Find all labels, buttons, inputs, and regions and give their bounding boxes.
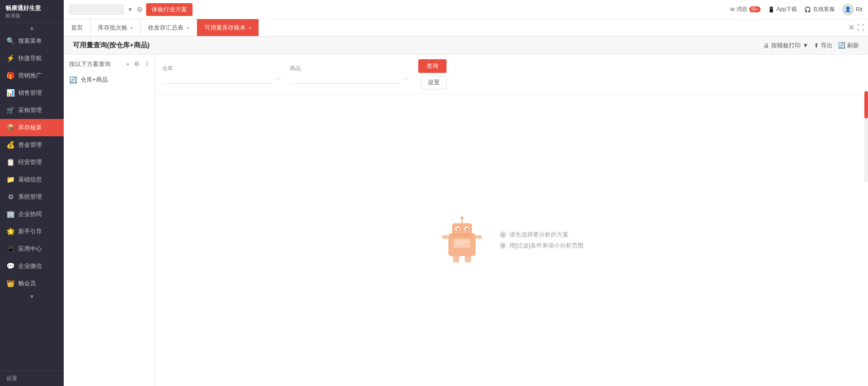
dropdown-icon[interactable]: ▼	[127, 6, 133, 13]
page-title: 可用量查询(按仓库+商品)	[73, 41, 150, 50]
tab-close-window-btn[interactable]: ✕	[848, 23, 854, 32]
tab-available-label: 可用量库存账本	[204, 24, 246, 32]
sidebar-item-search[interactable]: 🔍 搜索菜单	[0, 32, 64, 50]
sidebar-item-label: 营销推广	[18, 72, 42, 80]
sidebar-item-quicknav[interactable]: ⚡ 快捷导航	[0, 50, 64, 67]
refresh-label: 刷新	[847, 41, 859, 50]
refresh-btn[interactable]: 🔄 刷新	[838, 41, 859, 50]
sidebar-item-label: 销售管理	[18, 89, 42, 97]
headset-icon: 🎧	[804, 6, 811, 13]
sidebar-item-appcenter[interactable]: 📱 应用中心	[0, 240, 64, 257]
product-input[interactable]	[290, 74, 399, 84]
sidebar: 畅康通好生意 标准版 ▲ 🔍 搜索菜单 ⚡ 快捷导航 🎁 营销推广 📊 销售管理…	[0, 0, 64, 386]
sidebar-item-label: 库存核算	[18, 124, 42, 132]
online-service-btn[interactable]: 🎧 在线客服	[804, 5, 835, 13]
sidebar-item-label: 系统管理	[18, 193, 42, 201]
settings-label: 设置	[6, 375, 17, 381]
export-label: 导出	[821, 41, 832, 50]
notification-btn[interactable]: ✉ 消息 99+	[730, 5, 761, 13]
tab-close-summary[interactable]: ×	[186, 25, 189, 31]
tab-close-available[interactable]: ×	[249, 25, 251, 31]
user-menu[interactable]: 👤 Rit	[842, 4, 863, 15]
export-btn[interactable]: ⬆ 导出	[814, 41, 832, 50]
filter-header-label: 按以下方案查询	[69, 60, 111, 68]
logo-title: 畅康通好生意	[5, 5, 58, 12]
topbar: ▼ ⚙ 体验行业方案 ✉ 消息 99+ 📱 App下载 🎧 在线客服 👤 Rit	[64, 0, 868, 19]
gift-icon: 🎁	[6, 72, 15, 80]
topbar-search-input[interactable]	[69, 5, 124, 15]
print-icon: 🖨	[763, 42, 769, 49]
svg-point-4	[457, 228, 459, 231]
empty-hint-1: ① 请先选择要分析的方案	[499, 231, 584, 239]
tabbar: 首页 库存批次账 × 收发存汇总表 × 可用量库存账本 × ✕ ⛶	[64, 19, 868, 36]
chart-icon: 📊	[6, 89, 15, 97]
sidebar-item-enterprise[interactable]: 🏢 企业协同	[0, 206, 64, 223]
sidebar-item-sales[interactable]: 📊 销售管理	[0, 84, 64, 102]
notification-label: 消息	[736, 5, 747, 13]
filter-header: 按以下方案查询 ＋ ⚙ 《	[64, 60, 154, 72]
sidebar-item-member[interactable]: 👑 畅会员	[0, 275, 64, 292]
sidebar-item-finance[interactable]: 💰 资金管理	[0, 136, 64, 154]
sidebar-item-label: 经营管理	[18, 158, 42, 166]
query-area: 仓库 ··· 商品 ··· 查询 设置	[155, 55, 868, 386]
gear-icon[interactable]: ⚙	[137, 5, 142, 14]
sidebar-item-wechat[interactable]: 💬 企业微信	[0, 257, 64, 275]
right-scrollbar[interactable]	[864, 91, 868, 182]
notification-badge: 99+	[749, 6, 761, 12]
sidebar-item-newuser[interactable]: 🌟 新手引导	[0, 223, 64, 240]
filter-item-warehouse-product[interactable]: 🔄 仓库+商品	[64, 72, 154, 87]
avatar: 👤	[842, 4, 854, 15]
tab-available[interactable]: 可用量库存账本 ×	[197, 19, 259, 36]
tab-batch-label: 库存批次账	[98, 24, 127, 32]
logo-sub: 标准版	[5, 12, 58, 19]
tabbar-right: ✕ ⛶	[848, 23, 868, 32]
sidebar-scroll-down[interactable]: ▼	[0, 292, 64, 301]
tab-summary[interactable]: 收发存汇总表 ×	[141, 19, 197, 36]
query-conditions: 仓库 ··· 商品 ··· 查询 设置	[155, 55, 868, 94]
sidebar-item-system[interactable]: ⚙ 系统管理	[0, 188, 64, 206]
settings-button[interactable]: 设置	[421, 76, 447, 89]
hint-num-1: ①	[499, 231, 507, 238]
warehouse-field: 仓库 ···	[162, 65, 283, 84]
inventory-icon: 📦	[6, 124, 15, 132]
print-dropdown-icon[interactable]: ▼	[802, 42, 808, 49]
warehouse-more-btn[interactable]: ···	[273, 75, 283, 83]
topbar-right: ✉ 消息 99+ 📱 App下载 🎧 在线客服 👤 Rit	[730, 4, 863, 15]
tab-close-batch[interactable]: ×	[130, 25, 133, 31]
product-more-btn[interactable]: ···	[401, 75, 411, 83]
hint-text-1: 请先选择要分析的方案	[509, 231, 569, 239]
sidebar-scroll-up[interactable]: ▲	[0, 23, 64, 32]
content-area: 按以下方案查询 ＋ ⚙ 《 🔄 仓库+商品 仓库 ···	[64, 55, 868, 386]
filter-settings-btn[interactable]: ⚙	[134, 60, 140, 68]
sidebar-item-marketing[interactable]: 🎁 营销推广	[0, 67, 64, 84]
sidebar-item-label: 快捷导航	[18, 54, 42, 62]
page-header: 可用量查询(按仓库+商品) 🖨 按模板打印 ▼ ⬆ 导出 🔄 刷新	[64, 36, 868, 55]
svg-rect-1	[452, 223, 472, 237]
tab-batch[interactable]: 库存批次账 ×	[91, 19, 141, 36]
tab-home[interactable]: 首页	[64, 19, 91, 36]
industry-solution-button[interactable]: 体验行业方案	[146, 3, 193, 16]
empty-illustration	[439, 215, 485, 265]
enterprise-icon: 🏢	[6, 210, 15, 218]
app-download-btn[interactable]: 📱 App下载	[768, 5, 797, 13]
print-template-btn[interactable]: 🖨 按模板打印 ▼	[763, 41, 808, 50]
filter-add-btn[interactable]: ＋	[125, 60, 131, 68]
filter-collapse-btn[interactable]: 《	[142, 60, 149, 68]
sidebar-settings[interactable]: 设置	[0, 371, 64, 386]
sidebar-item-label: 畅会员	[18, 279, 36, 288]
query-button[interactable]: 查询	[418, 59, 447, 73]
sidebar-item-label: 新手引导	[18, 227, 42, 236]
tab-maximize-btn[interactable]: ⛶	[857, 24, 864, 32]
finance-icon: 💰	[6, 141, 15, 149]
user-name: Rit	[856, 6, 863, 13]
sidebar-item-inventory[interactable]: 📦 库存核算	[0, 119, 64, 136]
message-icon: ✉	[730, 6, 735, 13]
sidebar-item-label: 企业协同	[18, 210, 42, 218]
sidebar-item-basic[interactable]: 📁 基础信息	[0, 171, 64, 188]
wechat-icon: 💬	[6, 262, 15, 270]
refresh-icon: 🔄	[838, 42, 845, 49]
sidebar-item-operations[interactable]: 📋 经营管理	[0, 154, 64, 171]
svg-rect-8	[442, 235, 448, 239]
sidebar-item-purchase[interactable]: 🛒 采购管理	[0, 102, 64, 119]
warehouse-input[interactable]	[162, 74, 271, 84]
